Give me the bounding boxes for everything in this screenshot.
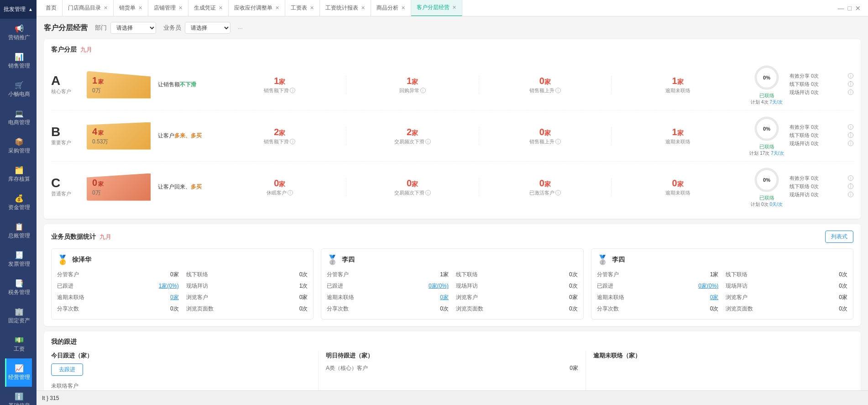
tab-1[interactable]: 门店商品目录✕ bbox=[63, 0, 114, 16]
staff-name-row-2: 🥈 李四 bbox=[597, 254, 847, 265]
tier-letter-0: A bbox=[51, 74, 83, 87]
rs-info-2-2[interactable]: i bbox=[848, 192, 853, 197]
circle-plan-2: 计划 0次 0天/次 bbox=[751, 201, 782, 208]
rs-row-2-1: 线下联络 0次 i bbox=[790, 183, 853, 190]
sidebar-item-4[interactable]: 📦采购管理 bbox=[5, 132, 32, 160]
circle-percent-2: 0% bbox=[763, 177, 770, 183]
rs-info-0-0[interactable]: i bbox=[848, 73, 853, 79]
filter-more-icon[interactable]: ··· bbox=[238, 25, 243, 32]
tab-maximize-icon[interactable]: □ bbox=[848, 5, 852, 12]
staff-section: 业务员数据统计 九月 列表式 🥇 徐泽华 分管客户 0家 线下联络 0次 已跟进… bbox=[44, 224, 861, 326]
tab-2[interactable]: 销货单✕ bbox=[114, 0, 148, 16]
rs-info-2-0[interactable]: i bbox=[848, 175, 853, 181]
tab-close-5[interactable]: ✕ bbox=[275, 5, 279, 11]
staff-stat-val-2-4[interactable]: 0家 bbox=[710, 294, 719, 301]
staff-stat-val-1-4[interactable]: 0家 bbox=[440, 294, 449, 301]
staff-stat-val-2-5: 0家 bbox=[839, 294, 847, 301]
info-icon-1-2[interactable]: i bbox=[555, 139, 561, 144]
stat-num-2-0: 0家 bbox=[217, 178, 342, 189]
staff-stat-label-2-3: 现场拜访 bbox=[726, 282, 748, 290]
sidebar-item-12[interactable]: 📈经营管理 bbox=[5, 358, 32, 387]
info-icon-0-1[interactable]: i bbox=[420, 88, 426, 93]
staff-stat-0-0: 分管客户 0家 bbox=[57, 270, 179, 279]
tab-close-4[interactable]: ✕ bbox=[219, 5, 223, 11]
tier-amount-2: 0万 bbox=[92, 189, 151, 197]
followup-go-btn-0[interactable]: 去跟进 bbox=[51, 363, 83, 376]
tab-close-6[interactable]: ✕ bbox=[310, 5, 314, 11]
staff-stat-label-0-4: 逾期未联络 bbox=[57, 294, 84, 301]
rs-info-1-0[interactable]: i bbox=[848, 124, 853, 130]
staff-stat-val-2-2[interactable]: 0家(0%) bbox=[698, 282, 718, 290]
sidebar-item-13[interactable]: ℹ️基础信息 bbox=[5, 387, 32, 405]
rs-info-2-1[interactable]: i bbox=[848, 184, 853, 189]
sidebar-icon-2: 🛒 bbox=[8, 81, 30, 89]
sidebar-item-9[interactable]: 📑税务管理 bbox=[5, 274, 32, 302]
circle-wrap-1: 0% 已联络 计划 17次 7天/次 bbox=[744, 115, 790, 157]
info-icon-2-1[interactable]: i bbox=[425, 190, 431, 195]
tab-8[interactable]: 商品分析✕ bbox=[371, 0, 411, 16]
sidebar-item-6[interactable]: 💰资金管理 bbox=[5, 189, 32, 217]
tab-0[interactable]: 首页 bbox=[40, 0, 63, 16]
tab-3[interactable]: 店铺管理✕ bbox=[148, 0, 188, 16]
info-icon-2-2[interactable]: i bbox=[555, 190, 561, 195]
info-icon-0-2[interactable]: i bbox=[555, 88, 561, 93]
tab-4[interactable]: 生成凭证✕ bbox=[188, 0, 229, 16]
rs-label-1-0: 有效分享 0次 bbox=[790, 124, 819, 131]
tab-7[interactable]: 工资统计报表✕ bbox=[320, 0, 371, 16]
staff-card-1: 🥈 李四 分管客户 1家 线下联络 0次 已跟进 0家(0%) 现场拜访 0次 … bbox=[321, 248, 583, 320]
tab-5[interactable]: 应收应付调整单✕ bbox=[229, 0, 285, 16]
sidebar-header[interactable]: 批发管理 ▲ bbox=[0, 0, 37, 19]
tab-9[interactable]: 客户分层经营✕ bbox=[411, 0, 462, 16]
rs-info-1-1[interactable]: i bbox=[848, 132, 853, 138]
sidebar-item-0[interactable]: 📢营销推广 bbox=[5, 19, 32, 47]
sidebar-item-1[interactable]: 📊销售管理 bbox=[5, 47, 32, 75]
staff-stat-1-0: 分管客户 1家 bbox=[327, 270, 449, 279]
sidebar-icon-3: 💻 bbox=[8, 109, 30, 118]
tab-close-1[interactable]: ✕ bbox=[104, 5, 108, 11]
staff-stat-val-1-2[interactable]: 0家(0%) bbox=[429, 282, 449, 290]
salesperson-select[interactable]: 请选择 bbox=[185, 22, 230, 34]
sidebar-item-2[interactable]: 🛒小畅电商 bbox=[5, 75, 32, 104]
info-icon-1-0[interactable]: i bbox=[290, 139, 295, 144]
sidebar-item-3[interactable]: 💻电商管理 bbox=[5, 104, 32, 132]
rs-info-1-2[interactable]: i bbox=[848, 141, 853, 146]
rs-info-0-1[interactable]: i bbox=[848, 81, 853, 87]
staff-stat-2-1: 线下联络 0次 bbox=[726, 270, 847, 279]
staff-stat-label-2-0: 分管客户 bbox=[597, 271, 619, 279]
sidebar-item-11[interactable]: 💵工资 bbox=[5, 330, 32, 358]
circle-plan-link-1[interactable]: 7天/次 bbox=[771, 151, 784, 156]
list-view-button[interactable]: 列表式 bbox=[825, 231, 853, 243]
info-icon-1-1[interactable]: i bbox=[425, 139, 431, 144]
staff-stat-label-1-0: 分管客户 bbox=[327, 271, 349, 279]
dept-label: 部门 bbox=[95, 24, 107, 32]
circle-plan-link-2[interactable]: 0天/次 bbox=[769, 202, 782, 207]
sidebar-icon-13: ℹ️ bbox=[8, 392, 30, 401]
tier-num-2: 0 bbox=[92, 178, 97, 188]
rs-info-0-2[interactable]: i bbox=[848, 89, 853, 95]
tab-6[interactable]: 工资表✕ bbox=[285, 0, 320, 16]
tab-close-2[interactable]: ✕ bbox=[138, 5, 142, 11]
tab-close-9[interactable]: ✕ bbox=[452, 5, 456, 11]
info-icon-2-0[interactable]: i bbox=[288, 190, 293, 195]
tab-minimize-icon[interactable]: — bbox=[838, 5, 844, 12]
staff-stat-label-1-5: 浏览客户 bbox=[456, 294, 478, 301]
staff-stat-val-0-4[interactable]: 0家 bbox=[170, 294, 179, 301]
sidebar-icon-6: 💰 bbox=[8, 194, 30, 203]
info-icon-0-0[interactable]: i bbox=[290, 88, 295, 93]
tab-close-icon[interactable]: ✕ bbox=[855, 5, 861, 12]
staff-stat-val-0-2[interactable]: 1家(0%) bbox=[159, 282, 179, 290]
tab-close-7[interactable]: ✕ bbox=[361, 5, 365, 11]
tier-letter-1: B bbox=[51, 126, 83, 138]
rs-label-1-1: 线下联络 0次 bbox=[790, 132, 819, 139]
tab-close-8[interactable]: ✕ bbox=[401, 5, 405, 11]
sidebar-item-10[interactable]: 🏢固定资产 bbox=[5, 302, 32, 330]
tab-actions: — □ ✕ bbox=[834, 5, 864, 12]
sidebar-item-5[interactable]: 🗂️库存核算 bbox=[5, 160, 32, 189]
circle-plan-link-0[interactable]: 7天/次 bbox=[769, 100, 782, 105]
followup-row-val-1-0: 0家 bbox=[570, 364, 578, 372]
tab-close-3[interactable]: ✕ bbox=[178, 5, 183, 11]
sidebar-item-8[interactable]: 🧾发票管理 bbox=[5, 245, 32, 274]
sidebar-item-7[interactable]: 📋总账管理 bbox=[5, 217, 32, 245]
dept-select[interactable]: 请选择 bbox=[110, 22, 156, 34]
staff-stat-label-0-7: 浏览页面数 bbox=[186, 305, 214, 313]
